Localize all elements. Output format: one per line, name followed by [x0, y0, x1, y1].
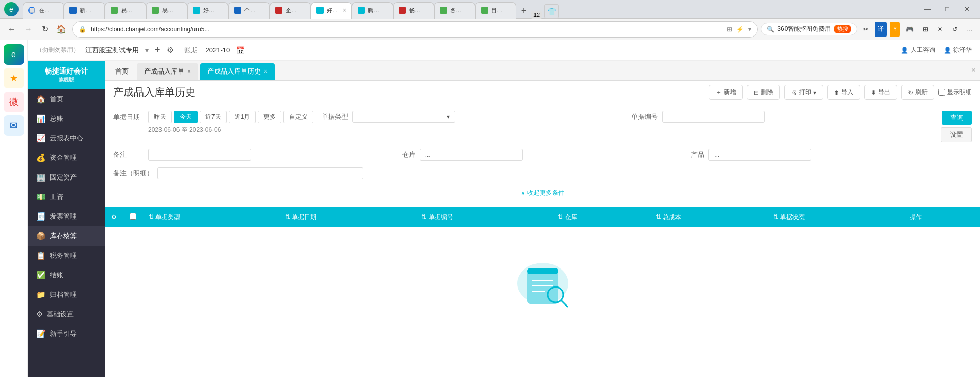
browser-tab-5[interactable]: 好…	[187, 2, 228, 19]
month-btn[interactable]: 近1月	[229, 111, 256, 123]
app-icon-main[interactable]: e	[4, 44, 24, 65]
breadcrumb-tab-1[interactable]: 产成品入库单 ×	[137, 63, 198, 80]
browser-tab-7[interactable]: 企…	[270, 2, 311, 19]
calendar-icon[interactable]: 📅	[236, 46, 245, 55]
type-filter-select[interactable]: ▾	[352, 111, 455, 123]
browser-tab-11[interactable]: 各…	[434, 2, 475, 19]
browser-tab-8[interactable]: 好… ×	[311, 2, 352, 19]
nav-item-home[interactable]: 🏠 首页	[28, 89, 105, 109]
set-button[interactable]: 设置	[941, 127, 972, 142]
nav-item-invoice[interactable]: 🧾 发票管理	[28, 207, 105, 226]
more-button[interactable]: …	[964, 22, 976, 37]
browser-tab-6[interactable]: 个…	[228, 2, 270, 19]
th-settings[interactable]: ⚙	[105, 207, 123, 227]
browser-tab-4[interactable]: 易…	[146, 2, 187, 19]
app-icon-weibo[interactable]: 微	[4, 92, 24, 112]
note-detail-input[interactable]	[157, 167, 363, 179]
yesterday-btn[interactable]: 昨天	[148, 111, 172, 123]
breadcrumb-tab-1-close[interactable]: ×	[187, 68, 191, 75]
refresh-button[interactable]: ↻	[37, 22, 52, 37]
back-button[interactable]: ←	[4, 22, 20, 37]
company-settings-button[interactable]: ⚙	[167, 45, 174, 55]
grid-icon[interactable]: ⊞	[727, 26, 732, 33]
breadcrumb-tab-2[interactable]: 产成品入库单历史 ×	[200, 63, 275, 80]
collapse-button[interactable]: ∧ 收起更多条件	[113, 186, 972, 201]
grid-view-button[interactable]: ⊞	[920, 22, 931, 37]
scissors-button[interactable]: ✂	[860, 22, 871, 37]
nav-item-settings[interactable]: ⚙ 基础设置	[28, 304, 105, 324]
home-button[interactable]: 🏠	[54, 22, 69, 37]
browser-tab-9[interactable]: 腾…	[352, 2, 393, 19]
nav-item-wages[interactable]: 💵 工资	[28, 187, 105, 207]
th-date[interactable]: ⇅ 单据日期	[279, 207, 415, 227]
lightning-icon[interactable]: ⚡	[736, 26, 744, 33]
game-button[interactable]: 🎮	[903, 22, 917, 37]
th-status[interactable]: ⇅ 单据状态	[767, 207, 903, 227]
minimize-button[interactable]: —	[918, 2, 937, 16]
browser-tab-1[interactable]: ⬜ 在…	[23, 2, 64, 19]
nav-item-cloud[interactable]: 📈 云报表中心	[28, 129, 105, 148]
theme-button[interactable]: ☀	[934, 22, 946, 37]
warehouse-filter-select[interactable]: ...	[420, 149, 523, 161]
new-tab-button[interactable]: +	[516, 4, 531, 19]
page-close-button[interactable]: ×	[971, 66, 976, 75]
refresh-button[interactable]: ↻ 刷新	[901, 85, 934, 100]
th-checkbox[interactable]	[123, 207, 142, 227]
nav-item-archive[interactable]: 📁 归档管理	[28, 285, 105, 304]
delete-button[interactable]: ⊟ 删除	[747, 85, 780, 100]
close-window-button[interactable]: ✕	[957, 2, 976, 16]
app-icon-star[interactable]: ★	[4, 68, 24, 88]
nav-item-checkout[interactable]: ✅ 结账	[28, 265, 105, 285]
nav-item-tax[interactable]: 📋 税务管理	[28, 246, 105, 265]
nav-item-new[interactable]: 📝 新手引导	[28, 324, 105, 344]
maximize-button[interactable]: □	[938, 2, 956, 16]
add-button[interactable]: ＋ 新增	[709, 85, 743, 100]
company-dropdown-icon[interactable]: ▾	[145, 46, 149, 55]
print-icon: 🖨	[791, 89, 797, 96]
company-add-button[interactable]: +	[155, 45, 161, 56]
th-total-cost[interactable]: ⇅ 总成本	[650, 207, 767, 227]
number-col-label: ⇅ 单据编号	[421, 213, 453, 221]
url-dropdown-icon[interactable]: ▾	[748, 26, 751, 33]
print-button[interactable]: 🖨 打印 ▾	[784, 85, 823, 100]
week-btn[interactable]: 近7天	[200, 111, 227, 123]
note-filter-input[interactable]	[148, 149, 251, 161]
show-detail-checkbox-label[interactable]: 显示明细	[938, 88, 972, 97]
query-button[interactable]: 查询	[942, 111, 972, 125]
breadcrumb-home[interactable]: 首页	[109, 63, 135, 80]
translate-button[interactable]: 译	[875, 22, 887, 37]
import-button[interactable]: ⬆ 导入	[827, 85, 860, 100]
today-btn[interactable]: 今天	[174, 111, 198, 123]
export-button[interactable]: ⬇ 导出	[864, 85, 897, 100]
search-box[interactable]: 🔍 360智能抠图免费用 热搜	[761, 23, 857, 35]
number-filter-input[interactable]	[662, 111, 765, 123]
forward-button[interactable]: →	[21, 22, 36, 37]
product-filter-select[interactable]: ...	[708, 149, 811, 161]
custom-date-btn[interactable]: 自定义	[283, 111, 313, 123]
currency-button[interactable]: ¥	[890, 22, 900, 37]
user-profile-btn[interactable]: 👤 徐泽华	[943, 46, 972, 55]
tab-8-close-btn[interactable]: ×	[343, 7, 346, 14]
table-settings-icon[interactable]: ⚙	[111, 213, 117, 221]
nav-item-funds[interactable]: 💰 资金管理	[28, 148, 105, 168]
th-type[interactable]: ⇅ 单据类型	[142, 207, 279, 227]
browser-tab-2[interactable]: 新…	[64, 2, 105, 19]
show-detail-checkbox[interactable]	[938, 89, 945, 96]
breadcrumb-tab-2-close[interactable]: ×	[264, 68, 268, 75]
select-all-checkbox[interactable]	[130, 213, 136, 220]
shirt-icon[interactable]: 👕	[544, 4, 559, 19]
app-icon-mail[interactable]: ✉	[4, 115, 24, 136]
th-number[interactable]: ⇅ 单据编号	[415, 207, 551, 227]
nav-item-fixed[interactable]: 🏢 固定资产	[28, 168, 105, 187]
url-bar[interactable]: 🔒 https://cloud.chanjet.com/accounting/u…	[72, 21, 758, 38]
browser-tab-12[interactable]: 目…	[475, 2, 516, 19]
th-warehouse[interactable]: ⇅ 仓库	[551, 207, 650, 227]
more-date-btn[interactable]: 更多	[258, 111, 281, 123]
sync-button[interactable]: ↺	[949, 22, 960, 37]
browser-tab-3[interactable]: 易…	[105, 2, 146, 19]
browser-tab-10[interactable]: 畅…	[393, 2, 434, 19]
tab-count-badge: 12	[531, 11, 542, 19]
customer-service-btn[interactable]: 👤 人工咨询	[901, 46, 935, 55]
nav-item-inventory[interactable]: 📦 库存核算	[28, 226, 105, 246]
nav-item-general[interactable]: 📊 总账	[28, 109, 105, 129]
